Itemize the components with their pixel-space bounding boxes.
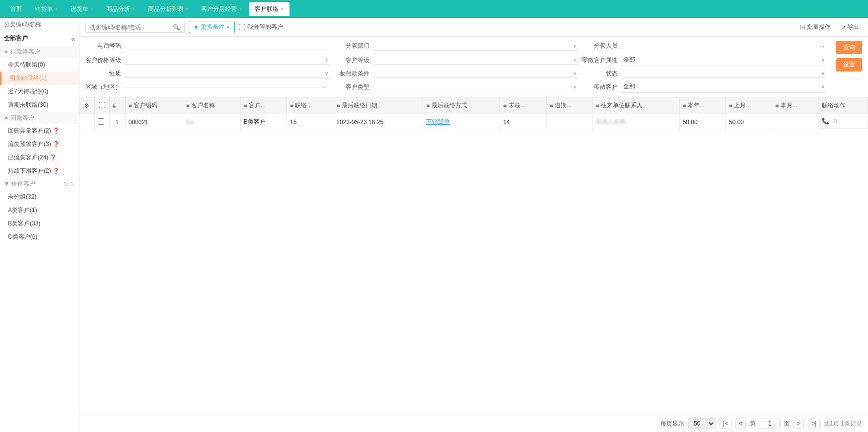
col-unit-contact[interactable]: ≡ 往来单位联系人 [592, 97, 679, 114]
col-this-month[interactable]: ≡ 本月... [772, 97, 818, 114]
cell-last-contact-method[interactable]: 下销货单 [423, 114, 500, 130]
advanced-filter-panel: 电话号码 分管部门 ∨ 分管人员 [79, 37, 868, 97]
filter-select-retail[interactable]: 全部 ∨ [622, 81, 826, 93]
sidebar-item-today[interactable]: 今天待联络(0) [0, 58, 79, 72]
select-all-checkbox[interactable] [99, 102, 105, 108]
value-customer-icons: ↻ ✎ [64, 181, 75, 188]
query-button[interactable]: 查询 [836, 41, 862, 54]
filter-select-status[interactable]: ∨ [622, 69, 826, 78]
filter-select-retail-attr[interactable]: 全部 ∨ [622, 54, 826, 66]
filter-action-buttons: 查询 设置 [836, 41, 862, 93]
sidebar-item-churn-warning[interactable]: 流失预警客户(3) ❓ [0, 138, 79, 151]
nav-product-analysis-list[interactable]: 商品分析列表 × [142, 2, 195, 16]
close-icon[interactable]: × [55, 6, 58, 12]
close-icon[interactable]: × [281, 6, 284, 12]
collapse-icon[interactable]: « [71, 35, 75, 43]
customer-table: ⚙ # ≡ 客户编码 ≡ 客户名称 ≡ 客户... ≡ 联络... ≡ 最后联络… [79, 97, 868, 130]
close-icon[interactable]: × [90, 6, 93, 12]
filter-dots-region[interactable]: ··· [321, 83, 330, 90]
sidebar-item-class-a[interactable]: A类客户(1) [0, 204, 79, 217]
cell-num: 1 [109, 114, 125, 130]
cell-action[interactable]: 📞 ⊞ [819, 114, 868, 129]
help-icon: ❓ [53, 128, 60, 134]
filter-label-customer-type: 客户类型 [334, 83, 373, 91]
col-overdue[interactable]: ≡ 逾期... [546, 97, 592, 114]
nav-product-analysis[interactable]: 商品分析 × [100, 2, 141, 16]
page-next-button[interactable]: > [794, 419, 804, 429]
cell-type: B类客户 [240, 114, 287, 130]
sidebar-item-declining[interactable]: 持续下滑客户(2) ❓ [0, 164, 79, 178]
nav-customer-tier[interactable]: 客户分层经营 × [195, 2, 248, 16]
nav-purchase-order[interactable]: 进货单 × [65, 2, 99, 16]
filter-row-2: 客户价格等级 ∨ 客户等级 ∨ [85, 54, 826, 66]
col-last-month[interactable]: ≡ 上月... [725, 97, 772, 114]
checkbox-icon: ☑ [800, 24, 805, 31]
sidebar-item-7days[interactable]: 近7天待联络(0) [0, 85, 79, 98]
my-customers-filter[interactable]: 我分管的客户 [239, 23, 283, 31]
filter-select-customer-type[interactable]: ∨ [373, 82, 578, 91]
page-prev-button[interactable]: < [735, 419, 746, 429]
per-page-select[interactable]: 50 100 200 [688, 418, 716, 429]
col-contact-count[interactable]: ≡ 联络... [287, 97, 333, 114]
filter-cell-payment: 收付款条件 ∨ [334, 69, 578, 78]
col-check[interactable] [94, 97, 109, 114]
sidebar-item-class-c[interactable]: C类客户(6) [0, 230, 79, 244]
filter-row-3: 性质 ∨ 收付款条件 ∨ [85, 69, 826, 78]
col-last-contact-date[interactable]: ≡ 最后联络日期 [333, 97, 423, 114]
total-info: 共1页 1条记录 [824, 420, 862, 428]
close-icon[interactable]: × [132, 6, 135, 12]
filter-select-customer-level[interactable]: ∨ [373, 56, 578, 65]
sidebar-search-area: 🔍 [0, 18, 79, 31]
my-customers-checkbox[interactable] [239, 24, 245, 30]
nav-home[interactable]: 首页 [4, 2, 28, 16]
filter-input-phone[interactable] [125, 41, 330, 51]
filter-cell-customer-level: 客户等级 ∨ [334, 56, 578, 65]
chevron-up-icon: ∧ [226, 24, 230, 31]
cell-check[interactable] [94, 114, 109, 130]
export-button[interactable]: ↗ 导出 [838, 21, 862, 33]
sidebar-item-class-b[interactable]: B类客户(33) [0, 217, 79, 230]
filter-select-dept[interactable]: ∨ [373, 42, 578, 51]
col-not-contacted[interactable]: ≡ 未联... [500, 97, 546, 114]
batch-operations-button[interactable]: ☑ 批量操作 [797, 21, 834, 33]
close-icon[interactable]: × [186, 6, 189, 12]
sidebar-item-ungrouped[interactable]: 未分组(32) [0, 190, 79, 204]
sidebar-item-abnormal-repurchase[interactable]: 回购异常客户(2) ❓ [0, 124, 79, 138]
filter-label-dept: 分管部门 [334, 42, 373, 50]
col-action: 联络动作 [818, 97, 868, 114]
filter-select-price-level[interactable]: ∨ [125, 56, 330, 65]
search-icon[interactable]: 🔍 [173, 24, 180, 31]
all-customers-header[interactable]: 全部客户 « [0, 31, 79, 46]
filter-dots-person[interactable]: ··· [817, 43, 826, 50]
cell-last-month: 50.00 [725, 114, 772, 130]
col-last-contact-method[interactable]: ≡ 最后联络方式 [423, 97, 500, 114]
search-input[interactable] [90, 24, 173, 31]
cell-last-contact-date: 2023-05-23 18:25: [333, 114, 423, 130]
row-checkbox[interactable] [98, 118, 104, 125]
page-last-button[interactable]: >| [808, 419, 820, 429]
chevron-down-icon: ∨ [821, 71, 825, 76]
filter-cell-price-level: 客户价格等级 ∨ [85, 56, 330, 65]
page-number-input[interactable] [760, 419, 780, 429]
sidebar: 🔍 全部客户 « 待联络客户 今天待联络(0) 明天待联络(1) 近7天待联络(… [0, 18, 79, 432]
sidebar-item-churned[interactable]: 已流失客户(24) ❓ [0, 151, 79, 164]
col-type[interactable]: ≡ 客户... [240, 97, 287, 114]
filter-select-nature[interactable]: ∨ [125, 69, 330, 78]
col-gear[interactable]: ⚙ [79, 97, 94, 114]
action-grid-icon[interactable]: ⊞ [832, 118, 837, 125]
page-first-button[interactable]: |< [720, 419, 731, 429]
close-icon[interactable]: × [239, 6, 242, 12]
filter-select-payment[interactable]: ∨ [373, 69, 578, 78]
sidebar-search-input[interactable] [4, 21, 78, 28]
sidebar-item-overdue[interactable]: 逾期未联络(30) [0, 98, 79, 112]
action-phone-icon[interactable]: 📞 [822, 118, 829, 125]
nav-sales-order[interactable]: 销货单 × [29, 2, 64, 16]
sidebar-item-tomorrow[interactable]: 明天待联络(1) [0, 72, 79, 85]
col-code[interactable]: ≡ 客户编码 [125, 97, 183, 114]
nav-customer-contact[interactable]: 客户联络 × [249, 2, 289, 16]
main-layout: 🔍 全部客户 « 待联络客户 今天待联络(0) 明天待联络(1) 近7天待联络(… [0, 18, 868, 432]
more-conditions-button[interactable]: ▼ 更多条件 ∧ [189, 21, 235, 33]
col-this-year[interactable]: ≡ 本年... [679, 97, 725, 114]
settings-button[interactable]: 设置 [836, 58, 862, 72]
col-name[interactable]: ≡ 客户名称 [183, 97, 240, 114]
